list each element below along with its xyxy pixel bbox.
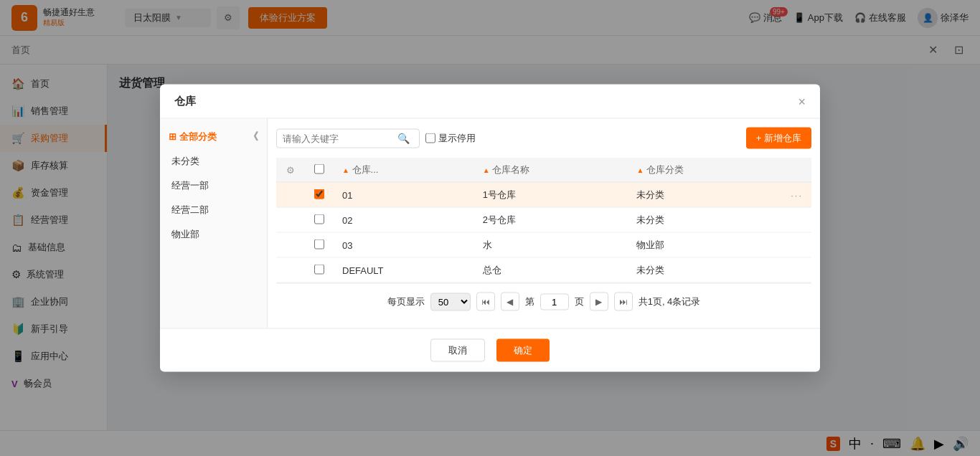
prev-page-button[interactable]: ◀ bbox=[501, 293, 519, 311]
td-checkbox[interactable] bbox=[305, 207, 334, 232]
warehouse-table-wrap: ⚙ ▲ 仓库... ▲ 仓库名称 bbox=[276, 158, 811, 283]
search-input-wrap: 🔍 bbox=[276, 128, 420, 148]
td-category: 未分类 bbox=[628, 207, 782, 232]
td-code: 03 bbox=[334, 232, 474, 257]
table-row[interactable]: DEFAULT 总仓 未分类 bbox=[276, 257, 811, 282]
td-name: 1号仓库 bbox=[474, 182, 628, 207]
sort-icon2: ▲ bbox=[483, 166, 490, 174]
show-disabled-label[interactable]: 显示停用 bbox=[425, 132, 476, 145]
table-header-row: ⚙ ▲ 仓库... ▲ 仓库名称 bbox=[276, 158, 811, 183]
toolbar: 🔍 显示停用 + 新增仓库 bbox=[276, 128, 811, 149]
th-settings: ⚙ bbox=[276, 158, 305, 183]
row-checkbox[interactable] bbox=[314, 239, 324, 249]
last-page-button[interactable]: ⏭ bbox=[614, 293, 633, 311]
td-row-actions[interactable]: ··· bbox=[782, 182, 811, 207]
td-gear bbox=[276, 182, 305, 207]
confirm-button[interactable]: 确定 bbox=[496, 339, 550, 362]
td-code: 01 bbox=[334, 182, 474, 207]
row-checkbox[interactable] bbox=[314, 189, 324, 199]
td-name: 总仓 bbox=[474, 257, 628, 282]
search-input[interactable] bbox=[283, 129, 397, 147]
td-row-actions[interactable] bbox=[782, 232, 811, 257]
grid-icon: ⊞ bbox=[169, 131, 179, 142]
right-panel: 🔍 显示停用 + 新增仓库 ⚙ bbox=[268, 119, 820, 328]
td-category: 未分类 bbox=[628, 182, 782, 207]
td-code: 02 bbox=[334, 207, 474, 232]
per-page-select[interactable]: 50 20 100 bbox=[430, 293, 471, 310]
td-row-actions[interactable] bbox=[782, 257, 811, 282]
show-disabled-checkbox[interactable] bbox=[425, 133, 435, 143]
sort-icon: ▲ bbox=[342, 166, 349, 174]
dialog-header: 仓库 × bbox=[160, 85, 820, 119]
dialog-footer: 取消 确定 bbox=[160, 328, 820, 372]
page-unit: 页 bbox=[575, 295, 584, 308]
dialog-close-button[interactable]: × bbox=[798, 95, 806, 108]
per-page-label: 每页显示 bbox=[387, 295, 425, 308]
category-header: ⊞ 全部分类 《 bbox=[160, 125, 267, 149]
td-category: 物业部 bbox=[628, 232, 782, 257]
gear-icon: ⚙ bbox=[286, 164, 295, 175]
cancel-button[interactable]: 取消 bbox=[430, 339, 485, 362]
td-checkbox[interactable] bbox=[305, 232, 334, 257]
category-panel: ⊞ 全部分类 《 未分类 经营一部 经营二部 物业部 bbox=[160, 119, 268, 328]
td-name: 水 bbox=[474, 232, 628, 257]
td-checkbox[interactable] bbox=[305, 257, 334, 282]
row-checkbox[interactable] bbox=[314, 214, 324, 224]
td-gear bbox=[276, 257, 305, 282]
td-category: 未分类 bbox=[628, 257, 782, 282]
select-all-checkbox[interactable] bbox=[314, 163, 324, 174]
row-actions-dots[interactable]: ··· bbox=[791, 189, 803, 200]
total-info: 共1页, 4条记录 bbox=[639, 295, 701, 308]
table-row[interactable]: 02 2号仓库 未分类 bbox=[276, 207, 811, 232]
table-body: 01 1号仓库 未分类 ··· 02 2号仓库 未分类 03 水 物业部 bbox=[276, 182, 811, 282]
td-gear bbox=[276, 232, 305, 257]
warehouse-table: ⚙ ▲ 仓库... ▲ 仓库名称 bbox=[276, 158, 811, 283]
td-name: 2号仓库 bbox=[474, 207, 628, 232]
row-checkbox[interactable] bbox=[314, 264, 324, 274]
th-checkbox bbox=[305, 158, 334, 183]
th-warehouse-category: ▲ 仓库分类 bbox=[628, 158, 782, 183]
category-item-unclassified[interactable]: 未分类 bbox=[160, 149, 267, 174]
td-row-actions[interactable] bbox=[782, 207, 811, 232]
search-icon[interactable]: 🔍 bbox=[397, 133, 410, 144]
category-item-operations1[interactable]: 经营一部 bbox=[160, 174, 267, 198]
th-warehouse-code: ▲ 仓库... bbox=[334, 158, 474, 183]
td-gear bbox=[276, 207, 305, 232]
add-warehouse-button[interactable]: + 新增仓库 bbox=[746, 128, 811, 149]
table-row[interactable]: 01 1号仓库 未分类 ··· bbox=[276, 182, 811, 207]
warehouse-dialog: 仓库 × ⊞ 全部分类 《 未分类 经营一部 经营二部 物业部 bbox=[160, 85, 820, 372]
table-row[interactable]: 03 水 物业部 bbox=[276, 232, 811, 257]
page-input[interactable] bbox=[540, 293, 569, 310]
dialog-body: ⊞ 全部分类 《 未分类 经营一部 经营二部 物业部 bbox=[160, 119, 820, 328]
category-item-operations2[interactable]: 经营二部 bbox=[160, 198, 267, 222]
td-checkbox[interactable] bbox=[305, 182, 334, 207]
category-item-property[interactable]: 物业部 bbox=[160, 222, 267, 247]
collapse-button[interactable]: 《 bbox=[248, 130, 258, 143]
pagination: 每页显示 50 20 100 ⏮ ◀ 第 页 ▶ ⏭ 共1页, 4条记录 bbox=[276, 283, 811, 320]
dialog-title: 仓库 bbox=[174, 95, 196, 108]
next-page-button[interactable]: ▶ bbox=[590, 293, 608, 311]
th-warehouse-name: ▲ 仓库名称 bbox=[474, 158, 628, 183]
td-code: DEFAULT bbox=[334, 257, 474, 282]
sort-icon3: ▲ bbox=[636, 166, 644, 174]
first-page-button[interactable]: ⏮ bbox=[476, 293, 495, 311]
th-actions bbox=[782, 158, 811, 183]
page-label: 第 bbox=[525, 295, 534, 308]
category-all-label[interactable]: 全部分类 bbox=[179, 131, 217, 142]
